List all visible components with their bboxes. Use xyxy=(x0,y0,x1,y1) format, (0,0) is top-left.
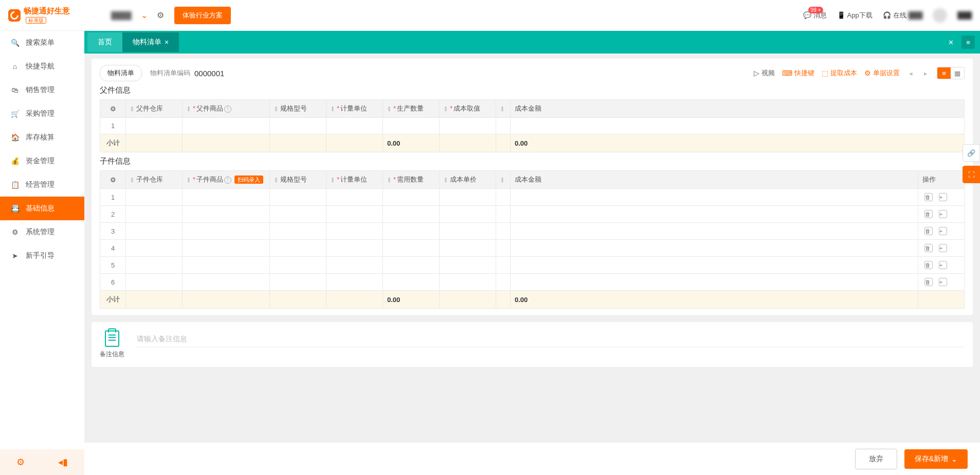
cell-product[interactable] xyxy=(183,118,270,134)
messages-link[interactable]: 💬 消息 99 + xyxy=(803,11,827,20)
add-row-icon[interactable]: + xyxy=(939,278,947,286)
cell-price[interactable] xyxy=(440,257,496,274)
add-row-icon[interactable]: + xyxy=(939,193,947,201)
cell-spec[interactable] xyxy=(270,206,326,223)
child-row[interactable]: 3 🗑 + xyxy=(100,223,965,240)
col-parent-unit[interactable]: ▲▼*计量单位 xyxy=(326,100,383,118)
cell-unit[interactable] xyxy=(326,223,383,240)
sidebar-item-search[interactable]: 🔍搜索菜单 xyxy=(0,31,84,55)
tab-close-all-icon[interactable]: ✕ xyxy=(944,36,957,49)
cell-unit[interactable] xyxy=(326,240,383,257)
tab-home[interactable]: 首页 xyxy=(87,32,122,52)
avatar[interactable] xyxy=(933,8,947,23)
cell-price[interactable] xyxy=(440,189,496,206)
cell-wh[interactable] xyxy=(126,257,183,274)
cell-qty[interactable] xyxy=(383,189,440,206)
child-row[interactable]: 6 🗑 + xyxy=(100,274,965,291)
cell-unit[interactable] xyxy=(326,189,383,206)
view-list-icon[interactable]: ≡ xyxy=(937,67,951,79)
view-card-icon[interactable]: ▦ xyxy=(951,67,964,79)
cell-product[interactable] xyxy=(183,189,270,206)
tool-video[interactable]: ▷视频 xyxy=(754,68,775,78)
child-row[interactable]: 4 🗑 + xyxy=(100,240,965,257)
col-gear[interactable]: ⚙ xyxy=(100,100,126,118)
cell-spec[interactable] xyxy=(270,189,326,206)
cell-wh[interactable] xyxy=(126,240,183,257)
col-parent-costmode[interactable]: ▲▼*成本取值 xyxy=(440,100,496,118)
tab-more-icon[interactable]: ≡ xyxy=(961,36,975,49)
gear-icon[interactable]: ⚙ xyxy=(157,10,164,20)
cell-extra[interactable] xyxy=(496,118,511,134)
cell-extra[interactable] xyxy=(496,274,511,291)
child-row[interactable]: 1 🗑 + xyxy=(100,189,965,206)
cell-amount[interactable] xyxy=(511,189,918,206)
child-row[interactable]: 5 🗑 + xyxy=(100,257,965,274)
attachment-icon[interactable]: 🔗 xyxy=(963,144,980,162)
col-parent-qty[interactable]: ▲▼*生产数量 xyxy=(383,100,440,118)
col-child-price[interactable]: ▲▼成本单价 xyxy=(440,171,496,189)
delete-row-icon[interactable]: 🗑 xyxy=(924,244,933,252)
save-and-new-button[interactable]: 保存&新增 ⌄ xyxy=(904,449,968,469)
cell-spec[interactable] xyxy=(270,257,326,274)
cell-wh[interactable] xyxy=(126,189,183,206)
cell-price[interactable] xyxy=(440,223,496,240)
cell-product[interactable] xyxy=(183,223,270,240)
cell-extra[interactable] xyxy=(496,189,511,206)
child-row[interactable]: 2 🗑 + xyxy=(100,206,965,223)
remark-input[interactable] xyxy=(137,330,965,347)
add-row-icon[interactable]: + xyxy=(939,227,947,235)
cell-price[interactable] xyxy=(440,274,496,291)
col-parent-sort[interactable]: ▲▼ xyxy=(496,100,511,118)
company-selector[interactable]: ████ ⌄ ⚙ xyxy=(111,10,168,20)
col-child-sort[interactable]: ▲▼ xyxy=(496,171,511,189)
col-child-qty[interactable]: ▲▼*需用数量 xyxy=(383,171,440,189)
cell-amount[interactable] xyxy=(511,257,918,274)
delete-row-icon[interactable]: 🗑 xyxy=(924,227,933,235)
cell-qty[interactable] xyxy=(383,240,440,257)
col-child-unit[interactable]: ▲▼*计量单位 xyxy=(326,171,383,189)
cell-amount[interactable] xyxy=(511,274,918,291)
cell-extra[interactable] xyxy=(496,240,511,257)
cell-spec[interactable] xyxy=(270,240,326,257)
cell-price[interactable] xyxy=(440,206,496,223)
tool-hotkey[interactable]: ⌨快捷键 xyxy=(782,68,814,78)
settings-icon[interactable]: ⚙ xyxy=(16,456,25,468)
cell-amount[interactable] xyxy=(511,240,918,257)
sidebar-item-quicknav[interactable]: ⌂快捷导航 xyxy=(0,55,84,78)
sidebar-item-sales[interactable]: 🛍销售管理 xyxy=(0,78,84,102)
col-parent-amount[interactable]: 成本金额 xyxy=(511,100,965,118)
cell-unit[interactable] xyxy=(326,257,383,274)
cell-product[interactable] xyxy=(183,206,270,223)
sidebar-item-purchase[interactable]: 🛒采购管理 xyxy=(0,102,84,126)
col-parent-spec[interactable]: ▲▼规格型号 xyxy=(270,100,326,118)
cell-spec[interactable] xyxy=(270,118,326,134)
sidebar-item-funds[interactable]: 💰资金管理 xyxy=(0,149,84,173)
cell-unit[interactable] xyxy=(326,206,383,223)
info-icon[interactable]: ! xyxy=(224,177,231,184)
add-row-icon[interactable]: + xyxy=(939,210,947,218)
add-row-icon[interactable]: + xyxy=(939,261,947,269)
close-icon[interactable]: × xyxy=(165,38,169,46)
cell-qty[interactable] xyxy=(383,223,440,240)
col-parent-warehouse[interactable]: ▲▼父件仓库 xyxy=(126,100,183,118)
cell-extra[interactable] xyxy=(496,257,511,274)
col-child-spec[interactable]: ▲▼规格型号 xyxy=(270,171,326,189)
prev-doc-icon[interactable]: ◂ xyxy=(907,69,915,77)
col-gear[interactable]: ⚙ xyxy=(100,171,126,189)
cell-unit[interactable] xyxy=(326,274,383,291)
cell-wh[interactable] xyxy=(126,274,183,291)
cell-wh[interactable] xyxy=(126,206,183,223)
sub-tab-bom[interactable]: 物料清单 xyxy=(100,65,142,81)
tool-extract-cost[interactable]: ⬚提取成本 xyxy=(822,68,857,78)
col-child-product[interactable]: ▲▼*子件商品!扫码录入 xyxy=(183,171,270,189)
cell-product[interactable] xyxy=(183,257,270,274)
download-link[interactable]: 📱 App下载 xyxy=(837,11,873,20)
cell-wh[interactable] xyxy=(126,118,183,134)
online-support[interactable]: 🎧 在线 ███ xyxy=(883,11,923,20)
cell-extra[interactable] xyxy=(496,223,511,240)
tool-doc-settings[interactable]: ⚙单据设置 xyxy=(864,68,900,78)
cell-extra[interactable] xyxy=(496,206,511,223)
info-icon[interactable]: ! xyxy=(224,105,231,113)
cell-spec[interactable] xyxy=(270,223,326,240)
cell-qty[interactable] xyxy=(383,274,440,291)
